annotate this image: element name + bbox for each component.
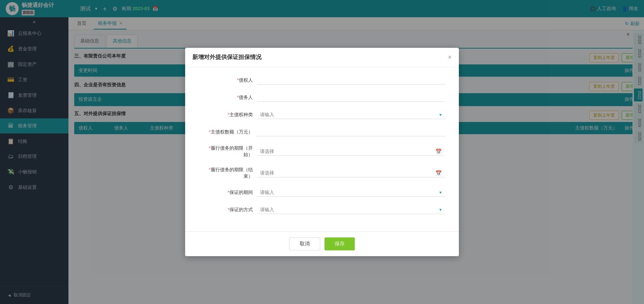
guarantee-period-select-wrapper: ▾ <box>257 188 444 197</box>
claim-type-select[interactable] <box>257 110 444 119</box>
form-row-debtor: *债务人 <box>200 93 444 102</box>
period-start-wrapper: 📅 <box>257 147 444 156</box>
claim-amount-input[interactable] <box>257 128 444 136</box>
form-row-period-start: *履行债务的期限（开始） 📅 <box>200 145 444 158</box>
modal-title: 新增对外提供保证担保情况 <box>192 54 261 61</box>
period-end-label: *履行债务的期限（结束） <box>200 167 257 180</box>
form-row-guarantee-method: *保证的方式 ▾ <box>200 205 444 214</box>
modal-header: 新增对外提供保证担保情况 × <box>185 48 459 67</box>
form-row-guarantee-period: *保证的期间 ▾ <box>200 188 444 197</box>
debtor-input[interactable] <box>257 93 444 102</box>
modal-close-button[interactable]: × <box>448 54 452 61</box>
modal-footer: 取消 保存 <box>185 231 459 256</box>
debtor-label: *债务人 <box>200 94 257 101</box>
period-end-wrapper: 📅 <box>257 169 444 177</box>
form-row-claim-amount: *主债权数额（万元） <box>200 128 444 136</box>
form-row-claim-type: *主债权种类 ▾ <box>200 110 444 119</box>
period-end-calendar-icon[interactable]: 📅 <box>435 170 442 176</box>
modal-body: *债权人 *债务人 *主债权种类 ▾ <box>185 67 459 231</box>
guarantee-period-select[interactable] <box>257 188 444 197</box>
creditor-input[interactable] <box>257 76 444 85</box>
claim-type-label: *主债权种类 <box>200 112 257 118</box>
modal-overlay: 新增对外提供保证担保情况 × *债权人 *债务人 *主债权种类 <box>0 0 644 304</box>
cancel-button[interactable]: 取消 <box>289 237 320 250</box>
creditor-label: *债权人 <box>200 77 257 83</box>
modal-dialog: 新增对外提供保证担保情况 × *债权人 *债务人 *主债权种类 <box>185 48 459 256</box>
guarantee-method-select-wrapper: ▾ <box>257 205 444 214</box>
save-button[interactable]: 保存 <box>325 237 355 250</box>
period-end-input[interactable] <box>257 169 444 177</box>
period-start-label: *履行债务的期限（开始） <box>200 145 257 158</box>
period-start-calendar-icon[interactable]: 📅 <box>435 149 442 154</box>
guarantee-method-select[interactable] <box>257 205 444 214</box>
claim-type-select-wrapper: ▾ <box>257 110 444 119</box>
guarantee-period-label: *保证的期间 <box>200 189 257 196</box>
period-start-input[interactable] <box>257 147 444 156</box>
guarantee-method-label: *保证的方式 <box>200 207 257 213</box>
form-row-creditor: *债权人 <box>200 76 444 85</box>
form-row-period-end: *履行债务的期限（结束） 📅 <box>200 167 444 180</box>
claim-amount-label: *主债权数额（万元） <box>200 129 257 135</box>
